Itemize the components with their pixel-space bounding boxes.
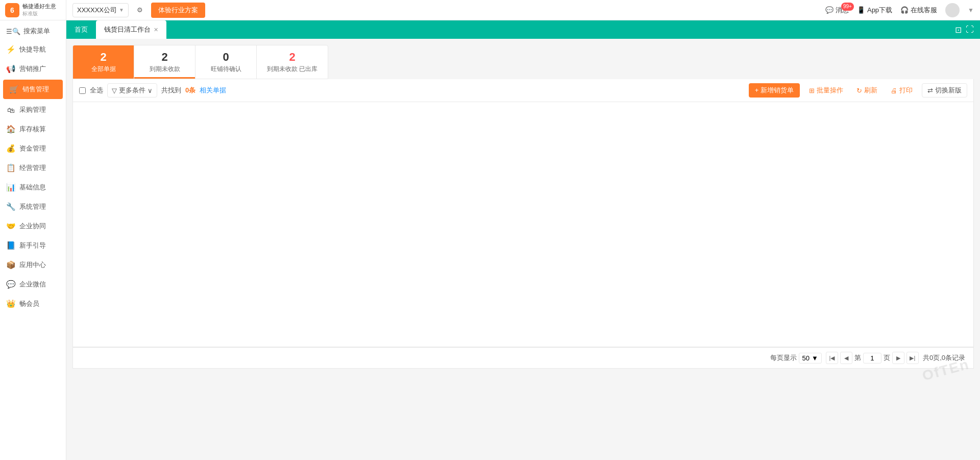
message-icon: 💬 (825, 6, 834, 14)
total-info: 共0页,0条记录 (923, 353, 965, 362)
sidebar-item-guide[interactable]: 📘 新手引导 (0, 236, 66, 255)
stat-tab-overdue-label: 到期未收款 (144, 65, 185, 74)
stat-tab-overdue-shipped[interactable]: 2 到期未收款 已出库 (257, 45, 328, 79)
app-logo-icon: 6 (5, 3, 19, 17)
stat-tabs: 2 全部单据 2 到期未收款 0 旺铺待确认 2 到期未收款 已出库 (72, 45, 328, 79)
username-label[interactable]: ▼ (968, 7, 974, 14)
refresh-btn[interactable]: ↻ 刷新 (852, 84, 881, 97)
gear-icon: ⚙ (137, 6, 143, 14)
sidebar-item-member[interactable]: 👑 畅会员 (0, 294, 66, 313)
page-nav: |◀ ◀ 第 页 ▶ ▶| (826, 352, 919, 364)
app-center-icon: 📦 (6, 260, 15, 270)
trial-btn[interactable]: 体验行业方案 (151, 3, 205, 18)
nav-tabs-bar: 首页 钱货日清工作台 ✕ ⊡ ⛶ (66, 20, 980, 39)
cooperation-label: 企业协同 (19, 222, 46, 231)
select-all-checkbox[interactable] (79, 87, 86, 94)
sidebar-item-marketing[interactable]: 📢 营销推广 (0, 59, 66, 79)
sidebar-item-operation[interactable]: 📋 经营管理 (0, 158, 66, 178)
settings-button[interactable]: ⚙ (133, 3, 147, 17)
pagination-bar: 每页显示 50 ▼ |◀ ◀ 第 页 ▶ ▶| 共0页,0条记录 (72, 347, 974, 369)
cash-work-tab-label: 钱货日清工作台 (104, 25, 151, 34)
online-service-btn[interactable]: 🎧 在线客服 (900, 6, 937, 15)
finance-icon: 💰 (6, 144, 15, 153)
print-icon: 🖨 (891, 87, 897, 94)
sidebar-item-quick-nav[interactable]: ⚡ 快捷导航 (0, 40, 66, 59)
print-label: 打印 (899, 86, 913, 95)
select-all-label: 全选 (90, 86, 103, 95)
mobile-icon: 📱 (857, 6, 865, 14)
wechat-label: 企业微信 (19, 280, 46, 289)
sales-label: 销售管理 (22, 85, 49, 94)
related-orders-link[interactable]: 相关单据 (200, 86, 226, 95)
top-header: 6 畅捷通好生意 标准版 XXXXXX公司 ▼ ⚙ 体验行业方案 💬 消息 99… (0, 0, 980, 20)
member-icon: 👑 (6, 299, 15, 308)
switch-version-btn[interactable]: ⇄ 切换新版 (922, 83, 967, 98)
print-btn[interactable]: 🖨 打印 (887, 84, 917, 97)
company-name-label: XXXXXX公司 (77, 6, 117, 15)
sidebar-item-inventory[interactable]: 🏠 库存核算 (0, 119, 66, 139)
page-label: 第 (854, 353, 861, 362)
refresh-label: 刷新 (864, 86, 877, 95)
stat-tab-overdue[interactable]: 2 到期未收款 (134, 45, 195, 79)
stat-tab-wangpu-num: 0 (206, 51, 246, 64)
basic-label: 基础信息 (19, 183, 46, 192)
inventory-icon: 🏠 (6, 125, 15, 134)
first-page-btn[interactable]: |◀ (826, 352, 838, 364)
close-tab-icon[interactable]: ✕ (154, 27, 158, 33)
filter-arrow-icon: ∨ (148, 87, 153, 94)
sales-icon: 🛒 (9, 85, 18, 94)
sidebar-item-cooperation[interactable]: 🤝 企业协同 (0, 216, 66, 236)
stat-tab-wangpu[interactable]: 0 旺铺待确认 (195, 45, 257, 79)
sidebar-item-system[interactable]: 🔧 系统管理 (0, 197, 66, 216)
found-prefix: 共找到 (161, 86, 181, 95)
stat-tab-wangpu-label: 旺铺待确认 (206, 65, 246, 74)
purchase-label: 采购管理 (19, 105, 46, 114)
app-download-btn[interactable]: 📱 App下载 (857, 6, 892, 15)
sidebar-item-sales[interactable]: 🛒 销售管理 (3, 80, 63, 99)
sidebar-item-wechat[interactable]: 💬 企业微信 (0, 275, 66, 294)
sidebar: ☰🔍 搜索菜单 ⚡ 快捷导航 📢 营销推广 🛒 销售管理 🛍 采购管理 🏠 库存… (0, 20, 66, 460)
new-order-btn[interactable]: + 新增销货单 (749, 83, 800, 98)
quick-nav-icon: ⚡ (6, 45, 15, 54)
app-logo-sub: 标准版 (22, 10, 56, 17)
tab-cash-work[interactable]: 钱货日清工作台 ✕ (96, 20, 166, 39)
marketing-icon: 📢 (6, 64, 15, 74)
home-tab-label: 首页 (75, 25, 88, 34)
sidebar-item-basic[interactable]: 📊 基础信息 (0, 178, 66, 197)
app-logo-name: 畅捷通好生意 (22, 3, 56, 10)
maximize-window-icon[interactable]: ⛶ (966, 25, 974, 35)
user-avatar[interactable] (945, 3, 960, 17)
page-label-2: 页 (884, 353, 890, 362)
next-page-btn[interactable]: ▶ (892, 352, 904, 364)
search-menu-btn[interactable]: ☰🔍 搜索菜单 (0, 22, 66, 40)
message-badge: 99+ (841, 3, 854, 11)
header-right: 💬 消息 99+ 📱 App下载 🎧 在线客服 ▼ (825, 3, 974, 17)
cooperation-icon: 🤝 (6, 222, 15, 231)
headset-icon: 🎧 (900, 6, 909, 14)
batch-ops-btn[interactable]: ⊞ 批量操作 (805, 84, 847, 97)
company-selector[interactable]: XXXXXX公司 ▼ (72, 3, 129, 17)
sidebar-item-purchase[interactable]: 🛍 采购管理 (0, 100, 66, 119)
table-area (72, 102, 974, 347)
last-page-btn[interactable]: ▶| (906, 352, 919, 364)
company-dropdown-arrow: ▼ (119, 7, 124, 13)
sidebar-item-finance[interactable]: 💰 资金管理 (0, 139, 66, 158)
sidebar-item-app-center[interactable]: 📦 应用中心 (0, 255, 66, 275)
switch-label: 切换新版 (935, 86, 962, 95)
quick-nav-label: 快捷导航 (19, 45, 46, 54)
guide-icon: 📘 (6, 241, 15, 250)
filter-label: 更多条件 (119, 86, 145, 95)
filter-btn[interactable]: ▽ 更多条件 ∨ (107, 83, 157, 98)
switch-icon: ⇄ (927, 87, 933, 94)
stat-tab-overdue-shipped-label: 到期未收款 已出库 (267, 65, 317, 74)
tab-home[interactable]: 首页 (66, 20, 96, 39)
page-input[interactable] (863, 353, 881, 364)
prev-page-btn[interactable]: ◀ (840, 352, 852, 364)
search-menu-label: 搜索菜单 (23, 27, 50, 36)
page-size-dropdown[interactable]: 50 ▼ (799, 353, 822, 364)
stat-tab-all[interactable]: 2 全部单据 (73, 45, 134, 79)
stat-tab-all-num: 2 (83, 51, 124, 64)
message-btn[interactable]: 💬 消息 99+ (825, 6, 849, 15)
restore-window-icon[interactable]: ⊡ (955, 25, 962, 35)
found-count: 0条 (185, 86, 195, 95)
